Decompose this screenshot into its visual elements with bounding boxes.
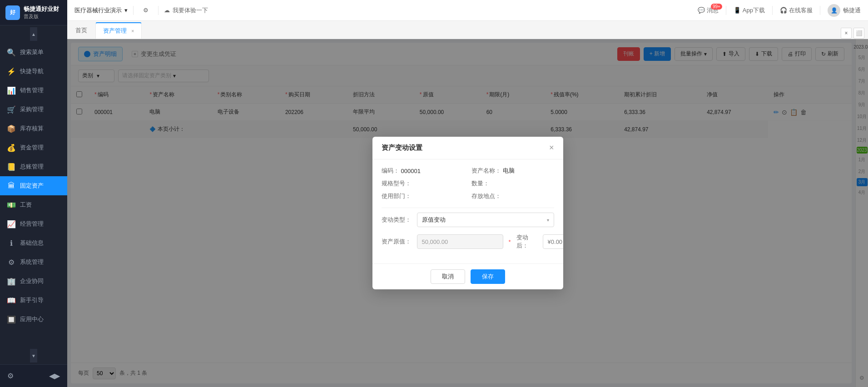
username: 畅捷通 [843,6,861,15]
top-bar-right: 💬 消息 99+ 📱 App下载 🎧 在线客服 👤 畅捷通 [698,4,861,17]
top-bar-divider-2 [158,6,159,15]
inventory-icon: 📦 [7,124,15,133]
search-icon: 🔍 [7,48,15,56]
sidebar-item-search[interactable]: 🔍 搜索菜单 [0,43,67,62]
modal-body: 编码： 000001 资产名称： 电脑 规格型号： [372,159,563,263]
change-type-value: 原值变动 [422,216,446,224]
tab-minimize-btn[interactable]: × [841,28,852,39]
company-selector[interactable]: 医疗器械行业演示 ▾ [74,6,128,15]
modal-header: 资产变动设置 × [372,137,563,159]
sidebar-item-app-center[interactable]: 🔲 应用中心 [0,310,67,329]
change-type-dropdown-icon: ▾ [547,218,549,223]
sidebar-item-quicknav[interactable]: ⚡ 快捷导航 [0,62,67,81]
app-download-label: App下载 [743,6,765,15]
sidebar-item-enterprise[interactable]: 🏢 企业协同 [0,272,67,291]
main-content: 医疗器械行业演示 ▾ ⚙ ☁ 我要体验一下 💬 消息 99+ 📱 App下载 [67,0,868,387]
modal-overlay: 资产变动设置 × 编码： 000001 资产名称： 电脑 [67,39,868,387]
top-bar-divider-1 [133,6,134,15]
tabs-bar: 首页 资产管理 × × ⬜ [67,21,868,39]
sidebar-item-payroll[interactable]: 💵 工资 [0,195,67,214]
top-bar-divider-3 [726,6,726,15]
system-icon: ⚙ [7,258,15,266]
name-label: 资产名称： [471,167,501,175]
tab-asset-management[interactable]: 资产管理 × [95,22,142,39]
top-bar-divider-4 [772,6,773,15]
after-value-input[interactable] [543,234,563,249]
sidebar-item-sales[interactable]: 📊 销售管理 [0,81,67,100]
sidebar-item-operation[interactable]: 📈 经营管理 [0,214,67,233]
modal-quantity-field: 数量： [471,179,554,188]
tab-expand-btn[interactable]: ⬜ [853,28,864,39]
service-icon: 🎧 [780,7,787,14]
experience-link[interactable]: ☁ 我要体验一下 [164,6,208,15]
after-label: 变动后： [516,233,539,250]
message-icon: 💬 [698,7,705,14]
modal-name-field: 资产名称： 电脑 [471,167,554,175]
sidebar-item-basic-info[interactable]: ℹ 基础信息 [0,233,67,253]
page-content: 资产明细 ≡ 变更生成凭证 刊账 + 新增 批量 [67,39,868,387]
modal-code-field: 编码： 000001 [382,167,464,175]
quantity-label: 数量： [471,179,489,188]
collapse-sidebar-icon[interactable]: ◀▶ [49,372,60,380]
sidebar-nav: 🔍 搜索菜单 ⚡ 快捷导航 📊 销售管理 🛒 采购管理 📦 库存核算 💰 [0,43,67,347]
capital-icon: 💰 [7,144,15,152]
original-value-label: 资产原值： [382,238,413,246]
app-logo: 好 畅捷通好业财 普及版 [0,0,67,25]
original-value-input [417,234,503,249]
app-download-icon: 📱 [734,7,741,14]
sidebar-item-purchase[interactable]: 🛒 采购管理 [0,100,67,119]
dept-label: 使用部门： [382,192,411,200]
fixed-asset-icon: 🏛 [7,182,15,190]
cancel-button[interactable]: 取消 [431,269,465,284]
change-type-row: 变动类型： 原值变动 ▾ [382,213,554,227]
notification-btn[interactable]: 💬 消息 99+ [698,6,719,15]
user-menu[interactable]: 👤 畅捷通 [828,4,861,17]
enterprise-icon: 🏢 [7,277,15,285]
modal-location-field: 存放地点： [471,192,554,200]
scroll-down-btn[interactable]: ▼ [30,349,37,362]
sidebar-bottom: ⚙ ◀▶ [0,364,67,387]
modal-info-grid: 编码： 000001 资产名称： 电脑 规格型号： [382,167,554,200]
modal-spec-field: 规格型号： [382,179,464,188]
tab-close-icon[interactable]: × [131,28,134,34]
quicknav-icon: ⚡ [7,67,15,75]
change-type-label: 变动类型： [382,216,413,224]
settings-button[interactable]: ⚙ [139,4,153,17]
avatar: 👤 [828,4,840,17]
settings-gear-icon[interactable]: ⚙ [7,372,14,380]
modal-title: 资产变动设置 [382,144,422,152]
operation-icon: 📈 [7,220,15,228]
guide-icon: 📖 [7,296,15,304]
app-center-icon: 🔲 [7,315,15,323]
code-label: 编码： [382,167,399,175]
sidebar-item-ledger[interactable]: 📒 总账管理 [0,157,67,176]
sidebar-item-inventory[interactable]: 📦 库存核算 [0,119,67,138]
sidebar-item-system[interactable]: ⚙ 系统管理 [0,253,67,272]
sidebar-item-capital[interactable]: 💰 资金管理 [0,138,67,157]
sidebar-item-fixed-asset[interactable]: 🏛 固定资产 [0,176,67,195]
tab-asset-label: 资产管理 [103,27,127,35]
original-value-row: 资产原值： * 变动后： [382,233,554,250]
logo-text: 畅捷通好业财 普及版 [24,5,59,20]
sidebar-item-guide[interactable]: 📖 新手引导 [0,291,67,310]
save-button[interactable]: 保存 [471,269,505,284]
modal-footer: 取消 保存 [372,263,563,289]
tab-home[interactable]: 首页 [68,22,94,39]
name-value: 电脑 [503,167,515,175]
service-label: 在线客服 [789,6,813,15]
online-service-btn[interactable]: 🎧 在线客服 [780,6,813,15]
ledger-icon: 📒 [7,163,15,171]
tab-home-label: 首页 [75,26,87,35]
payroll-icon: 💵 [7,201,15,209]
purchase-icon: 🛒 [7,105,15,114]
notification-badge: 99+ [711,4,722,10]
modal-close-btn[interactable]: × [549,143,554,153]
basic-info-icon: ℹ [7,239,15,247]
scroll-up-btn[interactable]: ▲ [30,27,37,41]
change-type-select[interactable]: 原值变动 ▾ [417,213,554,227]
modal-dept-field: 使用部门： [382,192,464,200]
sidebar: 好 畅捷通好业财 普及版 ▲ 🔍 搜索菜单 ⚡ 快捷导航 📊 销售管理 [0,0,67,387]
company-dropdown-icon: ▾ [124,7,128,14]
app-download-btn[interactable]: 📱 App下载 [734,6,765,15]
top-bar-divider-5 [820,6,820,15]
